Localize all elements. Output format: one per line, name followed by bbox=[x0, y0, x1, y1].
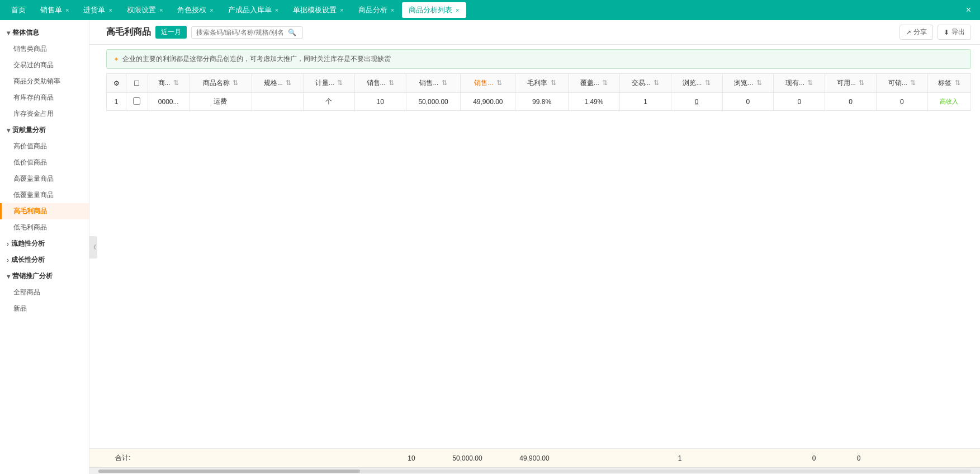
col-tag[interactable]: 标签 ⇅ bbox=[927, 74, 970, 93]
cell-saleable-stock: 0 bbox=[876, 93, 927, 111]
nav-template-label: 单据模板设置 bbox=[293, 5, 337, 15]
sidebar-collapse-button[interactable]: 《 bbox=[89, 236, 97, 259]
sidebar-item-high-margin[interactable]: 高毛利商品 bbox=[0, 203, 89, 219]
arrow-icon-marketing: ▾ bbox=[7, 273, 10, 280]
nav-sales-close[interactable]: × bbox=[65, 7, 69, 13]
product-table: ⚙ ☐ 商... ⇅ 商品名称 ⇅ 规格... ⇅ 计量... ⇅ 销售... … bbox=[106, 73, 971, 111]
col-coverage[interactable]: 覆盖... ⇅ bbox=[569, 74, 620, 93]
nav-warehouse-close[interactable]: × bbox=[275, 7, 278, 13]
sidebar-group-marketing[interactable]: ▾ 营销推广分析 bbox=[0, 268, 89, 284]
nav-analysis-list-close[interactable]: × bbox=[456, 7, 459, 13]
export-icon: ⬇ bbox=[944, 29, 949, 36]
nav-purchase[interactable]: 进货单 × bbox=[77, 2, 119, 18]
export-button[interactable]: ⬇ 导出 bbox=[938, 25, 971, 40]
cell-spec bbox=[252, 93, 304, 111]
search-box: 🔍 bbox=[191, 26, 303, 39]
col-browse1[interactable]: 浏览... ⇅ bbox=[671, 74, 722, 93]
content-area: 《 高毛利商品 近一月 🔍 ↗ 分享 ⬇ 导出 ✦ 企 bbox=[89, 20, 980, 474]
sidebar-item-stock-goods[interactable]: 有库存的商品 bbox=[0, 90, 89, 106]
nav-sales[interactable]: 销售单 × bbox=[34, 2, 75, 18]
col-sales-amount[interactable]: 销售... ⇅ bbox=[406, 74, 461, 93]
nav-role-close[interactable]: × bbox=[210, 7, 213, 13]
cell-sales-qty: 10 bbox=[354, 93, 406, 111]
sidebar: ▾ 整体信息 销售类商品 交易过的商品 商品分类助销率 有库存的商品 库存资金占… bbox=[0, 20, 89, 474]
nav-warehouse-label: 产成品入库单 bbox=[228, 5, 272, 15]
horizontal-scrollbar[interactable] bbox=[89, 467, 980, 474]
sidebar-item-traded-goods[interactable]: 交易过的商品 bbox=[0, 57, 89, 73]
nav-role[interactable]: 角色授权 × bbox=[171, 2, 220, 18]
nav-warehouse[interactable]: 产成品入库单 × bbox=[221, 2, 285, 18]
footer-sales-qty: 10 bbox=[389, 454, 434, 462]
col-unit[interactable]: 计量... ⇅ bbox=[304, 74, 355, 93]
col-checkbox[interactable]: ☐ bbox=[126, 74, 148, 93]
cell-checkbox[interactable] bbox=[126, 93, 148, 111]
col-sales-cost[interactable]: 销售... ⇅ bbox=[461, 74, 515, 93]
sidebar-item-all-goods[interactable]: 全部商品 bbox=[0, 284, 89, 301]
sidebar-item-low-margin[interactable]: 低毛利商品 bbox=[0, 219, 89, 236]
col-transaction[interactable]: 交易... ⇅ bbox=[619, 74, 671, 93]
sidebar-item-low-value[interactable]: 低价值商品 bbox=[0, 154, 89, 171]
nav-analysis-list[interactable]: 商品分析列表 × bbox=[402, 2, 466, 18]
footer-available-stock: 0 bbox=[836, 454, 881, 462]
sidebar-group-marketing-label: 营销推广分析 bbox=[12, 271, 53, 281]
nav-home[interactable]: 首页 bbox=[4, 2, 32, 18]
col-browse2[interactable]: 浏览... ⇅ bbox=[722, 74, 774, 93]
col-gross-margin[interactable]: 毛利率 ⇅ bbox=[515, 74, 569, 93]
arrow-icon-trend: › bbox=[7, 240, 9, 248]
nav-sales-label: 销售单 bbox=[40, 5, 62, 15]
nav-template-close[interactable]: × bbox=[340, 7, 343, 13]
main-layout: ▾ 整体信息 销售类商品 交易过的商品 商品分类助销率 有库存的商品 库存资金占… bbox=[0, 20, 980, 474]
sidebar-group-overall-label: 整体信息 bbox=[12, 28, 39, 37]
footer-sales-cost: 49,900.00 bbox=[501, 454, 568, 462]
col-settings[interactable]: ⚙ bbox=[107, 74, 126, 93]
col-current-stock[interactable]: 现有... ⇅ bbox=[774, 74, 825, 93]
nav-permission[interactable]: 权限设置 × bbox=[120, 2, 169, 18]
nav-role-label: 角色授权 bbox=[177, 5, 206, 15]
sidebar-item-new-goods[interactable]: 新品 bbox=[0, 301, 89, 317]
content-header: 高毛利商品 近一月 🔍 ↗ 分享 ⬇ 导出 bbox=[89, 20, 980, 45]
sidebar-group-trend[interactable]: › 流趋性分析 bbox=[0, 236, 89, 252]
share-button[interactable]: ↗ 分享 bbox=[899, 25, 933, 40]
nav-purchase-close[interactable]: × bbox=[108, 7, 112, 13]
cell-browse1[interactable]: 0 bbox=[671, 93, 722, 111]
nav-purchase-label: 进货单 bbox=[83, 5, 105, 15]
col-saleable-stock[interactable]: 可销... ⇅ bbox=[876, 74, 927, 93]
date-filter-button[interactable]: 近一月 bbox=[155, 26, 187, 39]
sidebar-item-sales-goods[interactable]: 销售类商品 bbox=[0, 41, 89, 57]
sidebar-item-stock-fund[interactable]: 库存资金占用 bbox=[0, 106, 89, 122]
sidebar-group-growth-label: 成长性分析 bbox=[11, 255, 45, 265]
scrollbar-track bbox=[98, 470, 971, 473]
nav-analysis[interactable]: 商品分析 × bbox=[352, 2, 401, 18]
footer-current-stock: 0 bbox=[792, 454, 836, 462]
sidebar-group-overall[interactable]: ▾ 整体信息 bbox=[0, 25, 89, 41]
cell-sales-amount: 50,000.00 bbox=[406, 93, 461, 111]
table-container: ⚙ ☐ 商... ⇅ 商品名称 ⇅ 规格... ⇅ 计量... ⇅ 销售... … bbox=[106, 73, 971, 448]
nav-analysis-close[interactable]: × bbox=[391, 7, 394, 13]
sidebar-group-growth[interactable]: › 成长性分析 bbox=[0, 252, 89, 268]
arrow-icon: ▾ bbox=[7, 29, 10, 37]
search-icon[interactable]: 🔍 bbox=[288, 29, 296, 36]
sidebar-group-contribution-label: 贡献量分析 bbox=[12, 125, 46, 135]
page-title: 高毛利商品 bbox=[106, 26, 151, 38]
nav-permission-close[interactable]: × bbox=[159, 7, 163, 13]
col-available-stock[interactable]: 可用... ⇅ bbox=[825, 74, 877, 93]
cell-available-stock: 0 bbox=[825, 93, 877, 111]
search-input[interactable] bbox=[196, 29, 286, 36]
footer-transaction: 1 bbox=[657, 454, 702, 462]
col-name[interactable]: 商品名称 ⇅ bbox=[189, 74, 252, 93]
info-icon: ✦ bbox=[113, 55, 119, 63]
sidebar-group-contribution[interactable]: ▾ 贡献量分析 bbox=[0, 122, 89, 138]
col-sales-qty[interactable]: 销售... ⇅ bbox=[354, 74, 406, 93]
cell-coverage: 1.49% bbox=[569, 93, 620, 111]
sidebar-item-low-coverage[interactable]: 低覆盖量商品 bbox=[0, 187, 89, 203]
table-header-row: ⚙ ☐ 商... ⇅ 商品名称 ⇅ 规格... ⇅ 计量... ⇅ 销售... … bbox=[107, 74, 971, 93]
scrollbar-thumb[interactable] bbox=[98, 470, 360, 473]
sidebar-item-category-rate[interactable]: 商品分类助销率 bbox=[0, 73, 89, 90]
cell-tag: 高收入 bbox=[927, 93, 970, 111]
sidebar-item-high-value[interactable]: 高价值商品 bbox=[0, 138, 89, 154]
col-code[interactable]: 商... ⇅ bbox=[148, 74, 189, 93]
window-close-button[interactable]: × bbox=[962, 5, 976, 15]
nav-template[interactable]: 单据模板设置 × bbox=[286, 2, 350, 18]
col-spec[interactable]: 规格... ⇅ bbox=[252, 74, 304, 93]
sidebar-item-high-coverage[interactable]: 高覆盖量商品 bbox=[0, 171, 89, 187]
